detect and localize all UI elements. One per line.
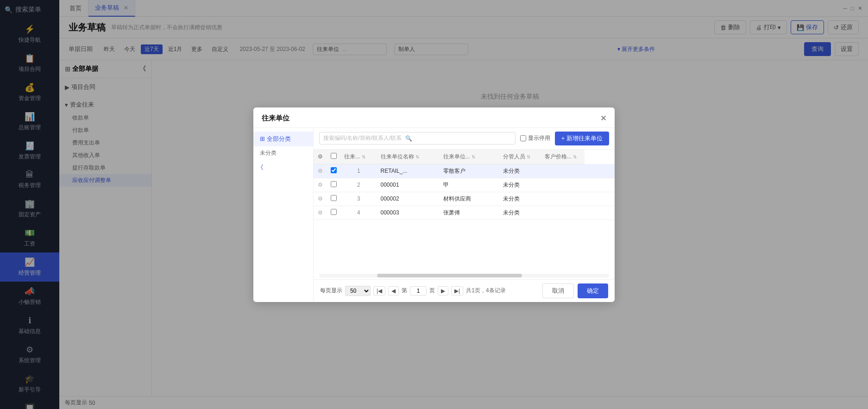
cancel-button[interactable]: 取消 <box>542 283 574 298</box>
first-page-btn[interactable]: |◀ <box>373 286 385 296</box>
th-person: 分管人员 ⇅ <box>499 150 541 164</box>
row-num: 4 <box>340 206 377 220</box>
search-icon2: 🔍 <box>405 135 412 142</box>
th-code-label: 往来... <box>344 153 360 160</box>
row-type: 未分类 <box>499 206 541 220</box>
table-body: ⚙ 1 RETAIL_... 零散客户 未分类 ⚙ 2 000001 甲 未分类… <box>314 164 615 220</box>
sort-code-icon[interactable]: ⇅ <box>362 154 365 159</box>
counterpart-dialog: 往来单位 ✕ ⊞ 全部分类 未分类 《 搜索编码/名称/简称/联系 <box>253 107 615 302</box>
show-disabled-check[interactable] <box>520 135 526 141</box>
th-price-label: 客户价格... <box>545 153 572 160</box>
row-check[interactable] <box>327 178 341 192</box>
dialog-sidebar-all-label: 全部分类 <box>267 135 291 143</box>
row-check[interactable] <box>327 192 341 206</box>
th-gear: ⚙ <box>314 150 327 164</box>
dialog-actions: 取消 确定 <box>542 283 608 298</box>
row-type: 未分类 <box>499 178 541 192</box>
row-price <box>585 206 615 220</box>
scrollbar-thumb[interactable] <box>377 274 522 277</box>
th-price: 客户价格... ⇅ <box>541 150 585 164</box>
page-num-label: 第 <box>402 287 407 295</box>
row-name: 材料供应商 <box>440 192 499 206</box>
row-checkbox[interactable] <box>331 195 337 201</box>
row-gear: ⚙ <box>314 164 327 178</box>
search-placeholder: 搜索编码/名称/简称/联系人/联系 <box>323 134 402 142</box>
search-box[interactable]: 搜索编码/名称/简称/联系人/联系 🔍 <box>319 132 516 145</box>
table-row[interactable]: ⚙ 1 RETAIL_... 零散客户 未分类 <box>314 164 615 178</box>
dialog-sidebar: ⊞ 全部分类 未分类 《 <box>253 128 314 302</box>
page-number-input[interactable] <box>410 286 427 296</box>
dialog-sidebar-unclassified-label: 未分类 <box>260 150 277 156</box>
row-type: 未分类 <box>499 192 541 206</box>
page-size-select[interactable]: 50 100 200 <box>345 286 371 296</box>
row-name: 张萧傅 <box>440 206 499 220</box>
th-type: 往来单位... ⇅ <box>440 150 499 164</box>
dialog-content: 搜索编码/名称/简称/联系人/联系 🔍 显示停用 + 新增往来单位 ⚙ <box>314 128 615 302</box>
table-header-row: ⚙ 往来... ⇅ 往来单位名称 ⇅ <box>314 150 615 164</box>
dialog-header: 往来单位 ✕ <box>253 107 615 128</box>
select-all-checkbox[interactable] <box>331 153 337 159</box>
table-row[interactable]: ⚙ 2 000001 甲 未分类 <box>314 178 615 192</box>
row-num: 1 <box>340 164 377 178</box>
row-person <box>541 178 585 192</box>
sort-person-icon[interactable]: ⇅ <box>527 154 530 159</box>
dialog-body: ⊞ 全部分类 未分类 《 搜索编码/名称/简称/联系人/联系 🔍 <box>253 128 615 302</box>
grid-small-icon: ⊞ <box>260 135 265 142</box>
horizontal-scrollbar[interactable] <box>319 274 609 277</box>
page-word: 页 <box>429 287 435 295</box>
row-checkbox[interactable] <box>331 209 337 215</box>
row-person <box>541 192 585 206</box>
next-page-btn[interactable]: ▶ <box>438 286 448 296</box>
partners-table: ⚙ 往来... ⇅ 往来单位名称 ⇅ <box>314 150 615 220</box>
show-disabled-checkbox[interactable]: 显示停用 <box>520 134 550 142</box>
row-price <box>585 178 615 192</box>
th-name-label: 往来单位名称 <box>381 153 414 160</box>
sort-name-icon[interactable]: ⇅ <box>415 154 419 159</box>
dialog-close-btn[interactable]: ✕ <box>600 114 606 123</box>
th-name: 往来单位名称 ⇅ <box>377 150 440 164</box>
row-check[interactable] <box>327 164 341 178</box>
row-num: 2 <box>340 178 377 192</box>
collapse-sidebar-btn[interactable]: 《 <box>253 160 313 172</box>
th-type-label: 往来单位... <box>443 153 470 160</box>
row-person <box>541 206 585 220</box>
dialog-title: 往来单位 <box>262 114 289 123</box>
dialog-overlay: 往来单位 ✕ ⊞ 全部分类 未分类 《 搜索编码/名称/简称/联系 <box>0 0 868 409</box>
row-checkbox[interactable] <box>331 167 337 173</box>
th-code: 往来... ⇅ <box>340 150 377 164</box>
row-gear: ⚙ <box>314 206 327 220</box>
dialog-table: ⚙ 往来... ⇅ 往来单位名称 ⇅ <box>314 150 615 274</box>
dialog-sidebar-all[interactable]: ⊞ 全部分类 <box>253 132 313 146</box>
row-num: 3 <box>340 192 377 206</box>
th-person-label: 分管人员 <box>503 153 525 160</box>
row-person <box>541 164 585 178</box>
row-code: 000001 <box>377 178 440 192</box>
row-check[interactable] <box>327 206 341 220</box>
row-code: RETAIL_... <box>377 164 440 178</box>
table-row[interactable]: ⚙ 3 000002 材料供应商 未分类 <box>314 192 615 206</box>
row-gear: ⚙ <box>314 178 327 192</box>
last-page-btn[interactable]: ▶| <box>451 286 463 296</box>
row-name: 零散客户 <box>440 164 499 178</box>
confirm-button[interactable]: 确定 <box>578 283 608 298</box>
row-price <box>585 164 615 178</box>
dialog-footer: 每页显示 50 100 200 |◀ ◀ 第 页 ▶ ▶| 共1页，4 <box>314 279 615 302</box>
row-checkbox[interactable] <box>331 181 337 187</box>
row-code: 000002 <box>377 192 440 206</box>
sort-type-icon[interactable]: ⇅ <box>472 154 475 159</box>
sort-price-icon[interactable]: ⇅ <box>573 154 577 159</box>
dialog-unclassified[interactable]: 未分类 <box>253 146 313 160</box>
pagination: 每页显示 50 100 200 |◀ ◀ 第 页 ▶ ▶| 共1页，4 <box>320 286 506 296</box>
total-info: 共1页，4条记录 <box>466 287 505 295</box>
prev-page-btn[interactable]: ◀ <box>388 286 399 296</box>
show-disabled-label: 显示停用 <box>528 134 550 142</box>
row-type: 未分类 <box>499 164 541 178</box>
row-name: 甲 <box>440 178 499 192</box>
dialog-toolbar: 搜索编码/名称/简称/联系人/联系 🔍 显示停用 + 新增往来单位 <box>314 128 615 150</box>
th-check <box>327 150 341 164</box>
row-price <box>585 192 615 206</box>
add-partner-button[interactable]: + 新增往来单位 <box>555 132 609 145</box>
page-size-label: 每页显示 <box>320 287 342 295</box>
table-row[interactable]: ⚙ 4 000003 张萧傅 未分类 <box>314 206 615 220</box>
row-code: 000003 <box>377 206 440 220</box>
